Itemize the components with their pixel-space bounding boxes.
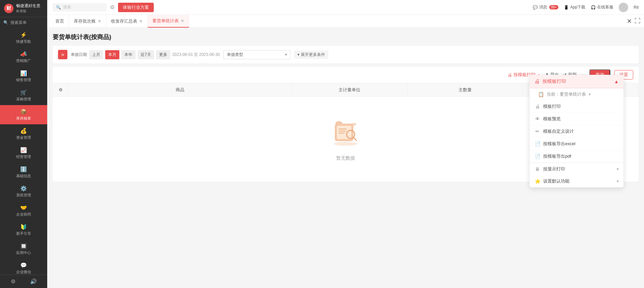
template-preview-label: 模板预览 [543,116,619,122]
tab-batch-account[interactable]: 库存批次账 ✕ [69,15,106,28]
tab-batch-account-close[interactable]: ✕ [98,19,101,24]
th-checkbox[interactable]: ⚙ [53,83,69,96]
trial-button[interactable]: 体验行业方案 [118,3,154,12]
dropdown-collapse-icon[interactable]: ▲ [614,79,619,84]
app-center-icon: 🔲 [20,243,27,249]
date-btn-this-year[interactable]: 本年 [121,50,136,59]
current-template-label: 当前：要货单统计表 [547,91,586,97]
sidebar-item-enterprise-wx[interactable]: 💬 企业微信 [0,259,47,275]
user-name: Rit [634,5,639,10]
export-pdf-label: 按模板导出pdf [543,153,619,159]
page-content: 要货单统计表(按商品) » 单据日期 上月 本月 本年 近7天 更多 2023-… [47,28,644,288]
user-avatar[interactable] [619,3,628,12]
template-design-icon: ✏ [534,129,540,134]
sidebar-item-inventory[interactable]: 📦 库存核算 [0,105,47,124]
sales-icon: 📊 [20,70,27,76]
online-service-button[interactable]: 🎧 在线客服 [591,4,613,10]
sidebar-item-label: 系统管理 [16,193,31,198]
tab-order-stats-label: 要货单统计表 [152,18,179,24]
set-default-label: 设置默认功能 [543,178,569,184]
sidebar-search[interactable]: 🔍 搜索菜单 [0,17,47,28]
tab-close-all-icon[interactable]: ✕ [627,18,632,25]
tab-collection-summary[interactable]: 收发存汇总表 ✕ [106,15,148,28]
template-print-icon: 🖨 [534,104,540,109]
dropdown-template-print[interactable]: 🖨 模板打印 [530,100,623,113]
date-range-display: 2023-06-01 至 2023-06-30 [172,52,220,58]
tab-expand-icon[interactable]: ⛶ [635,18,641,25]
sidebar-item-system[interactable]: ⚙️ 系统管理 [0,182,47,201]
sidebar-item-quick-nav[interactable]: ⚡ 快捷导航 [0,28,47,47]
settings-footer-icon[interactable]: ⚙ [11,278,16,285]
date-btn-this-month[interactable]: 本月 [105,50,119,59]
app-download-button[interactable]: 📱 App下载 [564,4,585,10]
template-icon: 📋 [538,92,544,97]
online-service-label: 在线客服 [597,4,613,10]
finance-icon: 💰 [20,128,27,134]
dropdown-export-excel[interactable]: 📄 按模板导出excel [530,138,623,150]
sidebar-search-label: 搜索菜单 [10,20,27,26]
expand-more-label: 展开更多条件 [301,52,325,58]
tab-home[interactable]: 首页 [51,15,69,28]
tab-order-stats-close[interactable]: ✕ [181,19,184,23]
sidebar-item-marketing[interactable]: 📣 营销推广 [0,47,47,67]
th-unit: 主计量单位 [292,83,407,96]
date-btn-7days[interactable]: 近7天 [138,50,154,59]
cooperation-icon: 🤝 [20,204,27,211]
settings-gear-icon[interactable]: ⚙ [110,4,115,10]
dropdown-display-print[interactable]: 🖥 按显示打印 ▾ [530,163,623,175]
message-icon: 💬 [533,5,538,10]
sidebar-footer: ⚙ 🔊 [0,275,47,288]
tab-collection-summary-label: 收发存汇总表 [111,18,137,24]
dropdown-header: 🖨 按模板打印 ▲ [530,75,623,88]
dropdown-template-design[interactable]: ✏ 模板自定义设计 [530,125,623,138]
sidebar-item-purchase[interactable]: 🛒 采购管理 [0,86,47,105]
sidebar-item-label: 快捷导航 [16,39,31,44]
display-print-label: 按显示打印 [543,166,565,172]
th-quantity: 主数量 [407,83,523,96]
sidebar-item-finance[interactable]: 💰 资金管理 [0,124,47,143]
enterprise-wx-icon: 💬 [20,262,27,268]
sidebar-item-cooperation[interactable]: 🤝 企业协同 [0,201,47,220]
sidebar-item-label: 企业微信 [16,269,31,275]
tab-collection-summary-close[interactable]: ✕ [139,19,143,24]
dropdown-set-default[interactable]: ⭐ 设置默认功能 ▾ [530,175,623,187]
dropdown-title: 按模板打印 [543,78,566,85]
top-bar: 🔍 搜索 ⚙ 体验行业方案 💬 消息 99+ 📱 App下载 🎧 在线客服 Ri… [47,0,644,15]
tab-order-stats[interactable]: 要货单统计表 ✕ [148,15,189,28]
type-filter-select[interactable]: 单据类型 ▾ [223,50,291,59]
sidebar-item-sales[interactable]: 📊 销售管理 [0,67,47,86]
expand-more-icon: ▾ [297,52,299,57]
operations-icon: 📈 [20,147,27,153]
filter-toggle-icon: » [61,52,64,58]
sidebar-item-guide[interactable]: 🔰 新手引导 [0,220,47,239]
sidebar-item-operations[interactable]: 📈 经营管理 [0,143,47,163]
tab-home-label: 首页 [55,18,64,24]
print-icon: 🖨 [508,72,512,77]
sidebar-item-app-center[interactable]: 🔲 应用中心 [0,239,47,259]
expand-more-button[interactable]: ▾ 展开更多条件 [294,51,328,59]
quick-nav-icon: ⚡ [20,32,27,38]
help-footer-icon[interactable]: 🔊 [30,278,37,285]
date-btn-more[interactable]: 更多 [156,50,170,59]
messages-label: 消息 [539,4,547,10]
logo-badge: 标准版 [16,9,40,13]
filter-toggle-btn[interactable]: » [58,50,67,59]
sidebar-item-basic-info[interactable]: ℹ️ 基础信息 [0,163,47,182]
date-filter-group: 单据日期 上月 本月 本年 近7天 更多 2023-06-01 至 2023-0… [71,50,220,59]
messages-button[interactable]: 💬 消息 99+ [533,4,558,10]
purchase-icon: 🛒 [20,89,27,96]
dropdown-current-template[interactable]: 📋 当前：要货单统计表 ▾ [530,88,623,100]
guide-icon: 🔰 [20,224,27,230]
sidebar-item-label: 资金管理 [16,135,31,140]
empty-icon [329,117,362,151]
dropdown-export-pdf[interactable]: 📄 按模板导出pdf [530,150,623,163]
template-design-label: 模板自定义设计 [543,128,619,134]
sidebar-item-label: 应用中心 [16,250,31,255]
sidebar-item-label: 库存核算 [16,116,31,121]
search-icon: 🔍 [3,20,8,25]
settings-icon: ⚙ [59,87,63,92]
top-bar-search[interactable]: 🔍 搜索 [53,3,107,11]
sidebar-item-label: 基础信息 [16,173,31,179]
date-btn-last-month[interactable]: 上月 [89,50,103,59]
dropdown-template-preview[interactable]: 👁 模板预览 [530,113,623,125]
